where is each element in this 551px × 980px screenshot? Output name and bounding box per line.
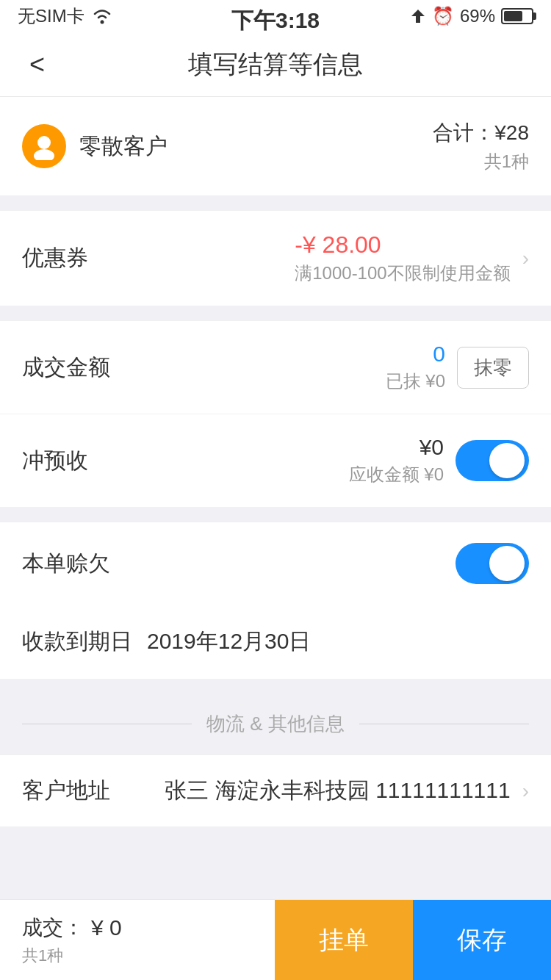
- footer-trade-value: ¥ 0: [91, 915, 122, 940]
- footer: 成交： ¥ 0 共1种 挂单 保存: [0, 899, 551, 980]
- footer-count: 共1种: [22, 945, 253, 967]
- wifi-icon: [92, 8, 112, 24]
- address-chevron: ›: [522, 779, 529, 803]
- pre-collection-toggle[interactable]: [455, 440, 529, 481]
- debit-section: 本单赊欠 收款到期日 2019年12月30日: [0, 522, 551, 679]
- hang-button[interactable]: 挂单: [275, 900, 413, 981]
- address-row[interactable]: 客户地址 张三 海淀永丰科技园 11111111111 ›: [0, 754, 551, 826]
- coupon-row[interactable]: 优惠券 -¥ 28.00 满1000-100不限制使用金额 ›: [0, 210, 551, 306]
- due-date-row: 收款到期日 2019年12月30日: [0, 605, 551, 679]
- coupon-value: -¥ 28.00: [295, 231, 510, 259]
- divider-right: [359, 724, 529, 724]
- coupon-chevron: ›: [522, 247, 529, 270]
- status-bar: 无SIM卡 下午3:18 ⏰ 69%: [0, 0, 551, 32]
- trade-amount-value: 0: [386, 342, 445, 367]
- back-button[interactable]: <: [22, 42, 52, 87]
- address-right: 张三 海淀永丰科技园 11111111111 ›: [165, 776, 529, 806]
- footer-trade-label: 成交：: [22, 914, 84, 942]
- pre-collection-row: 冲预收 ¥0 应收金额 ¥0: [0, 414, 551, 507]
- trade-amount-right: 0 已抹 ¥0 抹零: [386, 342, 529, 393]
- customer-section: 零散客户 合计：¥28 共1种: [0, 97, 551, 195]
- debit-toggle-knob: [489, 546, 525, 581]
- trade-amount-sub: 已抹 ¥0: [386, 370, 445, 393]
- battery-icon: [501, 8, 533, 24]
- no-sim-text: 无SIM卡: [18, 4, 84, 28]
- logistics-label: 物流 & 其他信息: [192, 711, 359, 737]
- coupon-right: -¥ 28.00 满1000-100不限制使用金额 ›: [295, 231, 529, 285]
- pre-collection-value: ¥0: [349, 435, 444, 460]
- battery-percent: 69%: [460, 6, 495, 26]
- address-label: 客户地址: [22, 776, 110, 806]
- page-title: 填写结算等信息: [188, 48, 363, 82]
- customer-avatar: [22, 124, 66, 168]
- pre-collection-label: 冲预收: [22, 446, 88, 476]
- due-date-label: 收款到期日: [22, 627, 132, 657]
- total-label: 合计：¥28: [433, 119, 529, 147]
- round-zero-button[interactable]: 抹零: [457, 347, 529, 389]
- footer-info: 成交： ¥ 0 共1种: [0, 914, 275, 967]
- address-section: 客户地址 张三 海淀永丰科技园 11111111111 ›: [0, 754, 551, 826]
- trade-amount-label: 成交金额: [22, 353, 110, 383]
- trade-amount-row: 成交金额 0 已抹 ¥0 抹零: [0, 320, 551, 414]
- toggle-knob: [489, 443, 525, 478]
- debit-label: 本单赊欠: [22, 549, 110, 579]
- address-value: 张三 海淀永丰科技园 11111111111: [165, 776, 510, 806]
- customer-summary: 合计：¥28 共1种: [433, 119, 529, 173]
- nav-bar: < 填写结算等信息: [0, 32, 551, 97]
- svg-point-0: [100, 21, 104, 24]
- pre-collection-sub: 应收金额 ¥0: [349, 463, 444, 486]
- status-right: ⏰ 69%: [410, 6, 533, 26]
- footer-trade: 成交： ¥ 0: [22, 914, 253, 942]
- svg-point-2: [34, 149, 54, 160]
- alarm-icon: ⏰: [432, 6, 454, 26]
- customer-row: 零散客户 合计：¥28 共1种: [0, 97, 551, 195]
- coupon-section: 优惠券 -¥ 28.00 满1000-100不限制使用金额 ›: [0, 210, 551, 306]
- divider-left: [22, 724, 192, 724]
- status-left: 无SIM卡: [18, 4, 112, 28]
- coupon-label: 优惠券: [22, 243, 88, 273]
- debit-right: [455, 543, 529, 584]
- location-icon: [410, 8, 426, 24]
- due-date-value: 2019年12月30日: [147, 627, 311, 657]
- trade-section: 成交金额 0 已抹 ¥0 抹零 冲预收 ¥0 应收金额 ¥0: [0, 320, 551, 507]
- pre-collection-right: ¥0 应收金额 ¥0: [349, 435, 529, 486]
- svg-point-1: [37, 136, 51, 149]
- debit-row: 本单赊欠: [0, 522, 551, 605]
- logistics-section: 物流 & 其他信息: [0, 693, 551, 754]
- person-icon: [30, 132, 58, 160]
- total-count: 共1种: [433, 150, 529, 173]
- save-button[interactable]: 保存: [413, 900, 551, 981]
- status-time: 下午3:18: [231, 6, 320, 36]
- debit-toggle[interactable]: [455, 543, 529, 584]
- content: 零散客户 合计：¥28 共1种 优惠券 -¥ 28.00 满1000-100不限…: [0, 97, 551, 929]
- customer-left: 零散客户: [22, 124, 168, 168]
- customer-name: 零散客户: [79, 131, 168, 162]
- coupon-sub: 满1000-100不限制使用金额: [295, 262, 510, 285]
